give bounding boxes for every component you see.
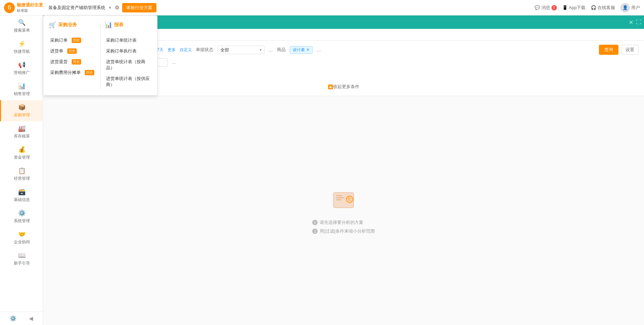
sidebar-collapse-icon[interactable]: ◀ — [29, 315, 33, 322]
logo-area: 6 畅捷通好生意 标准版 — [4, 2, 43, 13]
system-dropdown-arrow[interactable]: ▼ — [108, 5, 112, 10]
report-section-icon: 📊 — [105, 21, 112, 29]
menu-item-expense[interactable]: 采购费用分摊单 历史 — [49, 68, 96, 78]
sidebar-item-enterprise[interactable]: 🤝 企业协同 — [0, 227, 43, 248]
menu-item-order-exec[interactable]: 采购订单执行表 — [105, 46, 152, 56]
date-custom[interactable]: 自定义 — [180, 47, 192, 53]
notification-label: 消息 — [541, 5, 550, 11]
sidebar-item-sales[interactable]: 📊 销售管理 — [0, 79, 43, 100]
finance-icon: 💰 — [18, 146, 26, 153]
app-download-label: App下载 — [569, 5, 585, 11]
goods-tag-close[interactable]: ✕ — [306, 47, 310, 52]
empty-tips: 1 请先选择要分析的方案 2 用[过滤]条件来缩小分析范围 — [312, 218, 374, 236]
goods-tag-label: 设计素 — [293, 47, 305, 53]
enterprise-icon: 🤝 — [18, 231, 26, 238]
sidebar-label-sales: 销售管理 — [14, 91, 30, 97]
query-button[interactable]: 查询 — [599, 45, 618, 55]
user-action[interactable]: 👤 用户 — [620, 3, 640, 12]
purchase-section-label: 采购业务 — [58, 22, 77, 28]
tab-close-window-icon[interactable]: ✕ — [629, 19, 633, 26]
return-history[interactable]: 历史 — [72, 59, 81, 65]
menu-divider — [100, 21, 101, 90]
brand-version: 标准版 — [17, 8, 43, 13]
sidebar-item-guide[interactable]: 📖 新手引导 — [0, 248, 43, 270]
purchase-section-title: 🛒 采购业务 — [49, 21, 96, 31]
settings-icon[interactable]: ⚙ — [115, 4, 119, 11]
sidebar-settings-icon[interactable]: ⚙️ — [10, 315, 16, 322]
collapse-icon: 🔼 — [328, 84, 333, 89]
voucher-status-dots[interactable]: … — [269, 47, 273, 52]
notification-count: 5 — [551, 5, 557, 10]
notification-action[interactable]: 💬 消息 5 — [535, 5, 557, 11]
app-container: 6 畅捷通好生意 标准版 装备及固定资产辅助管理系统 ▼ ⚙ 体验行业方案 💬 … — [0, 0, 644, 325]
report-menu-items: 采购订单统计表 采购订单执行表 进货单统计表（按商品） 进货单统计表（按供应商） — [105, 35, 152, 90]
sidebar-label-quick: 快捷导航 — [14, 49, 30, 54]
user-avatar: 👤 — [620, 3, 630, 12]
report-section: 📊 报表 采购订单统计表 采购订单执行表 进货单统计表（按商品） 进货单统计表（… — [105, 21, 152, 90]
sidebar-label-finance: 资金管理 — [14, 155, 30, 160]
tip-text-2: 用[过滤]条件来缩小分析范围 — [320, 227, 374, 236]
menu-item-purchase-order[interactable]: 采购订单 历史 — [49, 35, 96, 45]
goods-dots[interactable]: … — [317, 47, 321, 52]
sidebar-label-system: 系统管理 — [14, 218, 30, 224]
incoming-history[interactable]: 历史 — [67, 48, 77, 54]
purchase-order-history[interactable]: 历史 — [72, 38, 81, 43]
date-more[interactable]: 更多 — [168, 47, 176, 53]
system-name: 装备及固定资产辅助管理系统 — [48, 5, 105, 11]
settings-button[interactable]: 设置 — [621, 45, 639, 55]
sidebar-item-quick[interactable]: ⚡ 快捷导航 — [0, 37, 43, 58]
menu-item-incoming[interactable]: 进货单 历史 — [49, 46, 96, 56]
sidebar-label-marketing: 营销推广 — [14, 70, 30, 76]
order-stats-label: 采购订单统计表 — [106, 37, 137, 43]
sidebar-bottom: ⚙️ ◀ — [0, 312, 43, 325]
sales-icon: 📊 — [18, 82, 26, 90]
expense-label: 采购费用分摊单 — [50, 70, 81, 76]
top-bar-right: 💬 消息 5 📱 App下载 🎧 在线客服 👤 用户 — [535, 3, 640, 12]
system-icon: ⚙️ — [18, 209, 26, 217]
sidebar-item-system[interactable]: ⚙️ 系统管理 — [0, 206, 43, 227]
sidebar-item-operations[interactable]: 📋 经营管理 — [0, 164, 43, 185]
sidebar-item-search[interactable]: 🔍 搜索菜单 — [0, 15, 43, 37]
svg-rect-2 — [336, 197, 344, 198]
purchase-section-icon: 🛒 — [49, 21, 56, 29]
sidebar-item-basic[interactable]: 🗃️ 基础信息 — [0, 185, 43, 206]
sidebar-label-purchase: 采购管理 — [14, 112, 30, 118]
purchase-icon: 📦 — [18, 104, 26, 111]
online-service-action[interactable]: 🎧 在线客服 — [591, 5, 615, 11]
purchase-section: 🛒 采购业务 采购订单 历史 进货单 历史 进货退货 历史 采购费用分摊单 — [49, 21, 96, 90]
salesperson-dots[interactable]: … — [172, 60, 176, 65]
search-icon: 🔍 — [18, 19, 26, 26]
svg-rect-1 — [336, 195, 342, 196]
logo-icon: 6 — [4, 2, 15, 13]
menu-item-order-stats[interactable]: 采购订单统计表 — [105, 35, 152, 45]
marketing-icon: 📢 — [18, 61, 26, 69]
sidebar-item-inventory[interactable]: 🏭 库存核算 — [0, 121, 43, 143]
sidebar-item-finance[interactable]: 💰 资金管理 — [0, 143, 43, 164]
order-exec-label: 采购订单执行表 — [106, 48, 137, 54]
goods-label: 商品 — [277, 47, 286, 53]
inventory-icon: 🏭 — [18, 125, 26, 132]
sidebar-item-purchase[interactable]: 📦 采购管理 — [0, 100, 43, 121]
online-service-label: 在线客服 — [598, 5, 615, 11]
tip-item-1: 1 请先选择要分析的方案 — [312, 218, 374, 227]
menu-item-return[interactable]: 进货退货 历史 — [49, 57, 96, 67]
operations-icon: 📋 — [18, 167, 26, 174]
menu-item-supplier-stats[interactable]: 进货单统计表（按供应商） — [105, 74, 152, 90]
headset-icon: 🎧 — [591, 5, 596, 10]
expense-history[interactable]: 历史 — [85, 70, 94, 75]
voucher-status-select[interactable]: 全部 — [217, 46, 264, 54]
system-area: 装备及固定资产辅助管理系统 ▼ ⚙ 体验行业方案 — [48, 3, 535, 12]
sidebar-item-marketing[interactable]: 📢 营销推广 — [0, 58, 43, 79]
tab-maximize-icon[interactable]: ⛶ — [636, 19, 641, 25]
svg-rect-3 — [336, 199, 342, 200]
brand-name: 畅捷通好生意 — [17, 2, 43, 8]
sidebar-label-guide: 新手引导 — [14, 260, 30, 266]
industry-button[interactable]: 体验行业方案 — [122, 3, 156, 12]
sidebar-label-search: 搜索菜单 — [14, 28, 30, 33]
menu-item-goods-stats[interactable]: 进货单统计表（按商品） — [105, 57, 152, 73]
collapse-label: 收起更多条件 — [333, 84, 359, 90]
logo-text: 畅捷通好生意 标准版 — [17, 2, 43, 13]
tip-item-2: 2 用[过滤]条件来缩小分析范围 — [312, 227, 374, 236]
svg-text:!: ! — [348, 197, 350, 202]
app-download-action[interactable]: 📱 App下载 — [562, 5, 585, 11]
